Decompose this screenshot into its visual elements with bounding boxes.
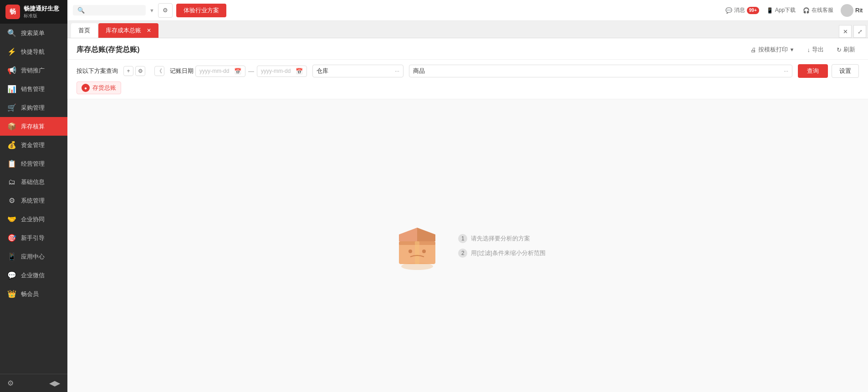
refresh-btn[interactable]: ↻ 刷新	[833, 44, 859, 56]
refresh-label: 刷新	[843, 46, 855, 54]
sidebar-item-marketing[interactable]: 📢 营销推广	[0, 61, 67, 80]
sidebar-item-label: 畅会员	[21, 290, 39, 298]
tab-home[interactable]: 首页	[71, 23, 97, 38]
goods-select[interactable]: 商品 ···	[409, 65, 792, 77]
tab-close-icon[interactable]: ✕	[147, 27, 151, 34]
svg-marker-2	[399, 228, 417, 241]
page-header: 库存总账(存货总账) 🖨 按模板打印 ▼ ↓ 导出 ↻ 刷新	[67, 38, 868, 60]
sidebar-item-search[interactable]: 🔍 搜索菜单	[0, 24, 67, 42]
search-icon: 🔍	[77, 7, 85, 14]
cart-icon: 🛒	[7, 103, 16, 112]
chart-icon: 📊	[7, 85, 16, 93]
close-panel-btn[interactable]: ✕	[839, 25, 852, 38]
topbar-search[interactable]: 🔍	[73, 5, 146, 15]
filter-collapse-btn[interactable]: 《	[154, 66, 164, 76]
expand-panel-btn[interactable]: ⤢	[853, 25, 866, 38]
page-actions: 🖨 按模板打印 ▼ ↓ 导出 ↻ 刷新	[747, 44, 859, 56]
target-icon: 🎯	[7, 234, 16, 242]
sidebar: 畅 畅捷通好生意 标准版 🔍 搜索菜单 ⚡ 快捷导航 📢 营销推广 📊 销售管理…	[0, 0, 67, 392]
dropdown-icon[interactable]: ▼	[149, 8, 154, 13]
sidebar-item-newbie[interactable]: 🎯 新手引导	[0, 229, 67, 247]
query-btn[interactable]: 查询	[798, 64, 828, 78]
tab-home-label: 首页	[78, 26, 90, 35]
print-template-btn[interactable]: 🖨 按模板打印 ▼	[747, 44, 798, 56]
megaphone-icon: 📢	[7, 66, 16, 75]
export-icon: ↓	[807, 46, 811, 53]
user-info[interactable]: Rit	[841, 4, 863, 17]
sidebar-item-label: 资金管理	[21, 141, 45, 149]
tab-inventory-ledger[interactable]: 库存成本总账 ✕	[98, 23, 158, 38]
sidebar-item-member[interactable]: 👑 畅会员	[0, 285, 67, 303]
print-icon: 🖨	[751, 46, 756, 53]
sidebar-item-apps[interactable]: 📱 应用中心	[0, 247, 67, 266]
box-icon: 📦	[7, 122, 16, 131]
calendar-icon: 📅	[234, 68, 241, 75]
trial-btn[interactable]: 体验行业方案	[176, 4, 226, 17]
main-area: 🔍 ▼ ⚙ 体验行业方案 💬 消息 99+ 📱 App下载 🎧 在线客服 Rit	[67, 0, 868, 392]
sidebar-item-wechat[interactable]: 💬 企业微信	[0, 266, 67, 285]
empty-state: 1 请先选择要分析的方案 2 用[过滤]条件来缩小分析范围	[390, 219, 545, 273]
tip-num-1: 1	[458, 234, 467, 243]
scheme-item-inventory-ledger[interactable]: ● 存货总账	[77, 81, 121, 94]
sidebar-item-sales[interactable]: 📊 销售管理	[0, 80, 67, 98]
sidebar-item-label: 应用中心	[21, 253, 45, 261]
sidebar-item-finance[interactable]: 💰 资金管理	[0, 136, 67, 154]
svg-rect-5	[415, 241, 419, 264]
phone-icon: 📱	[766, 7, 773, 14]
filter-label: 按以下方案查询	[77, 67, 118, 75]
box-svg	[390, 219, 444, 273]
app-download-btn[interactable]: 📱 App下载	[766, 6, 796, 14]
message-label: 消息	[734, 6, 745, 14]
refresh-icon: ↻	[837, 46, 842, 53]
date-start-input[interactable]: yyyy-mm-dd 📅	[195, 66, 245, 77]
date-range-group: 记账日期 yyyy-mm-dd 📅 — yyyy-mm-dd 📅	[170, 66, 307, 77]
sidebar-footer: ⚙ ◀▶	[0, 374, 67, 392]
app-logo: 畅 畅捷通好生意 标准版	[0, 0, 67, 24]
sidebar-item-purchase[interactable]: 🛒 采购管理	[0, 98, 67, 117]
settings-footer-icon[interactable]: ⚙	[7, 379, 14, 387]
date-label: 记账日期	[170, 67, 194, 75]
empty-illustration	[390, 219, 444, 273]
message-btn[interactable]: 💬 消息 99+	[725, 6, 759, 14]
sidebar-item-operations[interactable]: 📋 经营管理	[0, 154, 67, 173]
message-badge: 99+	[747, 7, 759, 14]
page-content: 库存总账(存货总账) 🖨 按模板打印 ▼ ↓ 导出 ↻ 刷新	[67, 38, 868, 392]
sidebar-item-label: 销售管理	[21, 85, 45, 93]
online-service-btn[interactable]: 🎧 在线客服	[803, 6, 833, 14]
avatar	[841, 4, 853, 17]
collapse-icon[interactable]: ◀▶	[49, 379, 60, 387]
topbar: 🔍 ▼ ⚙ 体验行业方案 💬 消息 99+ 📱 App下载 🎧 在线客服 Rit	[67, 0, 868, 21]
calendar-icon-end: 📅	[296, 68, 303, 75]
search-icon: 🔍	[7, 29, 16, 37]
scheme-icon: ●	[82, 84, 90, 92]
filter-row: 按以下方案查询 + ⚙ 《 记账日期 yyyy-mm-dd 📅 — yyyy-m…	[77, 64, 859, 78]
print-dropdown-icon: ▼	[790, 47, 795, 52]
filter-settings-btn[interactable]: ⚙	[135, 66, 145, 76]
clipboard-icon: 📋	[7, 159, 16, 168]
sidebar-item-label: 快捷导航	[21, 48, 45, 56]
folder-icon: 🗂	[7, 178, 16, 186]
page-settings-btn[interactable]: 设置	[832, 64, 859, 78]
svg-point-6	[408, 249, 412, 253]
sidebar-item-system[interactable]: ⚙ 系统管理	[0, 191, 67, 210]
sidebar-item-label: 企业微信	[21, 271, 45, 280]
sidebar-item-label: 营销推广	[21, 66, 45, 75]
sidebar-item-inventory[interactable]: 📦 库存核算	[0, 117, 67, 136]
svg-marker-3	[417, 228, 435, 241]
sidebar-item-label: 库存核算	[21, 122, 45, 131]
warehouse-select[interactable]: 仓库 ···	[312, 65, 403, 77]
more-icon-goods: ···	[784, 68, 788, 74]
sidebar-item-basic[interactable]: 🗂 基础信息	[0, 173, 67, 191]
goods-label: 商品	[413, 67, 425, 75]
export-btn[interactable]: ↓ 导出	[804, 44, 828, 56]
add-filter-btn[interactable]: +	[123, 66, 133, 76]
date-end-input[interactable]: yyyy-mm-dd 📅	[257, 66, 307, 77]
export-label: 导出	[812, 46, 824, 54]
username: Rit	[855, 7, 863, 14]
sidebar-item-label: 搜索菜单	[21, 29, 45, 37]
sidebar-item-enterprise[interactable]: 🤝 企业协同	[0, 210, 67, 229]
chat-icon: 💬	[7, 271, 16, 280]
topbar-right: 💬 消息 99+ 📱 App下载 🎧 在线客服 Rit	[725, 4, 863, 17]
settings-icon-btn[interactable]: ⚙	[158, 3, 173, 18]
sidebar-item-shortcut[interactable]: ⚡ 快捷导航	[0, 42, 67, 61]
